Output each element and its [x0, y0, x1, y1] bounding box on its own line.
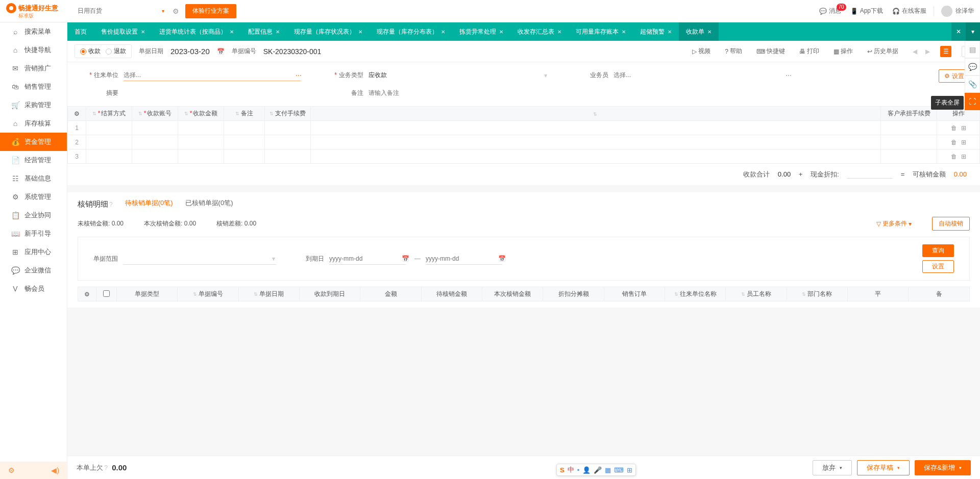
sidebar-icon: ⌕ [11, 28, 19, 36]
phone-icon: 📱 [850, 8, 858, 15]
tab-售价提取设置[interactable]: 售价提取设置✕ [94, 22, 152, 41]
gear-icon[interactable]: ⚙ [173, 7, 179, 15]
tab-可用量库存账本[interactable]: 可用量库存账本✕ [569, 22, 633, 41]
message-icon: 💬 [819, 8, 827, 15]
tabs-row: 首页售价提取设置✕进货单统计表（按商品）✕配置信息✕现存量（库存状况表）✕现存量… [0, 22, 980, 41]
close-icon[interactable]: ✕ [441, 29, 445, 35]
chevron-down-icon: ▾ [162, 8, 164, 14]
close-icon[interactable]: ✕ [707, 29, 712, 35]
close-icon[interactable]: ✕ [499, 29, 503, 35]
tab-现存量（库存状况表）[interactable]: 现存量（库存状况表）✕ [287, 22, 370, 41]
tab-close-all[interactable]: ✕ [951, 22, 966, 41]
divider [934, 6, 934, 16]
logo: 畅捷通好生意 标准版 [6, 3, 67, 19]
message-link[interactable]: 💬 消息 70 [819, 7, 841, 15]
headset-icon: 🎧 [892, 8, 900, 15]
category-dropdown[interactable]: 日用百货 ▾ [72, 4, 169, 18]
brand-sub: 标准版 [18, 12, 67, 19]
tab-收发存汇总表[interactable]: 收发存汇总表✕ [510, 22, 569, 41]
close-icon[interactable]: ✕ [358, 29, 362, 35]
sidebar-item-搜索菜单[interactable]: ⌕搜索菜单 [0, 22, 67, 41]
brand-text: 畅捷通好生意 [18, 4, 58, 13]
tab-more[interactable]: ▾ [966, 22, 980, 41]
message-badge: 70 [837, 4, 846, 11]
top-bar: 畅捷通好生意 标准版 日用百货 ▾ ⚙ 体验行业方案 💬 消息 70 📱 App… [0, 0, 980, 22]
close-icon[interactable]: ✕ [230, 29, 234, 35]
tab-超储预警[interactable]: 超储预警✕ [633, 22, 679, 41]
category-value: 日用百货 [78, 7, 102, 15]
close-icon[interactable]: ✕ [622, 29, 626, 35]
close-icon[interactable]: ✕ [276, 29, 280, 35]
avatar[interactable] [941, 6, 952, 17]
tab-配置信息[interactable]: 配置信息✕ [241, 22, 287, 41]
experience-button[interactable]: 体验行业方案 [185, 4, 236, 18]
close-icon[interactable]: ✕ [141, 29, 145, 35]
close-icon[interactable]: ✕ [557, 29, 561, 35]
tab-进货单统计表（按商品）[interactable]: 进货单统计表（按商品）✕ [152, 22, 241, 41]
service-link[interactable]: 🎧 在线客服 [892, 7, 926, 15]
brand-icon [6, 3, 16, 13]
tab-现存量（库存分布表）[interactable]: 现存量（库存分布表）✕ [370, 22, 452, 41]
tab-拣货异常处理[interactable]: 拣货异常处理✕ [452, 22, 510, 41]
sidebar: ⌕搜索菜单⌂快捷导航✉营销推广🛍销售管理🛒采购管理⌂库存核算💰资金管理📄经营管理… [0, 22, 67, 41]
tab-收款单[interactable]: 收款单✕ [679, 22, 719, 41]
username[interactable]: 徐泽华 [955, 7, 974, 15]
close-icon[interactable]: ✕ [668, 29, 672, 35]
tab-首页[interactable]: 首页 [67, 22, 94, 41]
sidebar-item-label: 搜索菜单 [24, 27, 51, 36]
app-download-link[interactable]: 📱 App下载 [850, 7, 883, 15]
